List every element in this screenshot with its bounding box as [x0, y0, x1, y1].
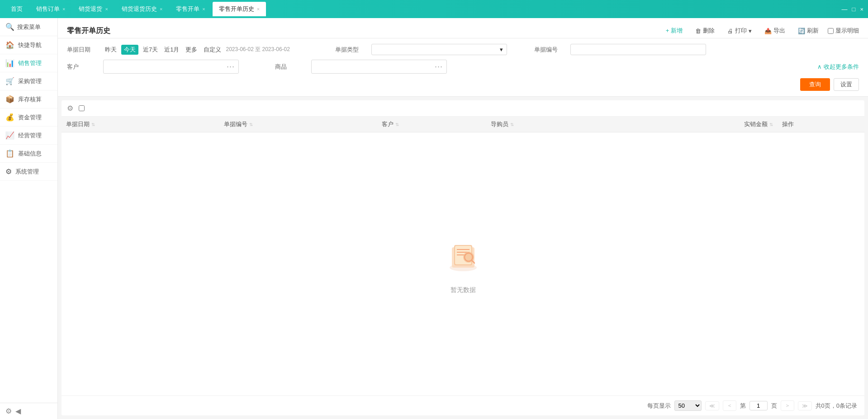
sidebar-bottom: ⚙ ◀ [0, 403, 57, 419]
export-icon: 📤 [764, 28, 772, 34]
top-bar: 首页 销售订单 × 销货退货 × 销货退货历史 × 零售开单 × 零售开单历史 … [0, 0, 868, 18]
table-settings-icon[interactable]: ⚙ [67, 104, 73, 113]
main-layout: 🔍 搜索菜单 🏠 快捷导航 📊 销售管理 🛒 采购管理 📦 库存核算 💰 资金管… [0, 18, 868, 419]
prev-page-button[interactable]: ＜ [723, 400, 736, 411]
print-button[interactable]: 🖨 打印 ▾ [724, 25, 755, 37]
data-table: 单据日期 ⇅ 单据编号 ⇅ 客户 ⇅ 导购员 [62, 117, 864, 132]
order-number-label: 单据编号 [534, 46, 561, 54]
shortcut-today[interactable]: 今天 [121, 45, 138, 55]
col-number: 单据编号 ⇅ [219, 117, 377, 132]
sidebar-item-system[interactable]: ⚙ 系统管理 [0, 163, 57, 181]
customer-dots-icon: ··· [227, 62, 235, 71]
filter-area: 单据日期 昨天 今天 近7天 近1月 更多 自定义 2023-06-02 至 2… [58, 38, 868, 97]
sidebar-item-purchase[interactable]: 🛒 采购管理 [0, 72, 57, 90]
maximize-button[interactable]: □ [852, 6, 856, 13]
order-number-input[interactable] [570, 44, 706, 55]
filter-row-2: 客户 ··· 商品 ··· ∧ 收起更多条件 [67, 60, 859, 74]
page-input[interactable] [749, 401, 768, 410]
product-dots-icon: ··· [435, 62, 443, 71]
sort-icon[interactable]: ⇅ [510, 122, 514, 127]
purchase-icon: 🛒 [5, 77, 14, 85]
sidebar-item-inventory[interactable]: 📦 库存核算 [0, 90, 57, 108]
tab-return[interactable]: 销货退货 × [72, 2, 114, 16]
close-icon[interactable]: × [202, 6, 205, 12]
customer-select[interactable]: ··· [103, 60, 239, 74]
product-label: 商品 [275, 63, 302, 71]
sidebar-item-basic-info[interactable]: 📋 基础信息 [0, 145, 57, 163]
setting-button[interactable]: 设置 [834, 78, 859, 91]
tab-retail-order[interactable]: 零售开单 × [170, 2, 211, 16]
settings-bottom-icon[interactable]: ⚙ [5, 407, 12, 415]
collapse-button[interactable]: ∧ 收起更多条件 [817, 63, 859, 71]
sort-icon[interactable]: ⇅ [91, 122, 95, 127]
sidebar: 🔍 搜索菜单 🏠 快捷导航 📊 销售管理 🛒 采购管理 📦 库存核算 💰 资金管… [0, 18, 58, 419]
col-action: 操作 [778, 117, 864, 132]
last-page-button[interactable]: ≫ [798, 401, 812, 410]
sidebar-item-quicknav[interactable]: 🏠 快捷导航 [0, 36, 57, 54]
show-detail-checkbox[interactable] [828, 28, 834, 34]
close-icon[interactable]: × [105, 6, 108, 12]
operations-icon: 📈 [5, 131, 14, 140]
search-icon: 🔍 [5, 23, 14, 31]
add-button[interactable]: + 新增 [662, 25, 686, 37]
pagination: 每页显示 50 10 20 100 ≪ ＜ 第 页 ＞ ≫ 共0页，0条记录 [62, 395, 864, 415]
toolbar: + 新增 🗑 删除 🖨 打印 ▾ 📤 导出 🔄 刷新 [662, 25, 859, 37]
next-page-button[interactable]: ＞ [781, 400, 794, 411]
pagination-summary: 共0页，0条记录 [816, 402, 857, 410]
home-icon: 🏠 [5, 41, 14, 49]
delete-button[interactable]: 🗑 删除 [692, 25, 718, 37]
tab-home[interactable]: 首页 [5, 2, 29, 16]
close-button[interactable]: × [860, 6, 863, 13]
filter-row-1: 单据日期 昨天 今天 近7天 近1月 更多 自定义 2023-06-02 至 2… [67, 44, 859, 55]
shortcut-7days[interactable]: 近7天 [141, 45, 160, 55]
sales-icon: 📊 [5, 59, 14, 67]
close-icon[interactable]: × [257, 6, 260, 12]
print-dropdown-icon: ▾ [749, 28, 752, 34]
shortcut-1month[interactable]: 近1月 [162, 45, 181, 55]
sidebar-item-operations[interactable]: 📈 经营管理 [0, 127, 57, 145]
content-area: 零售开单历史 + 新增 🗑 删除 🖨 打印 ▾ 📤 导出 [58, 18, 868, 419]
tab-retail-order-history[interactable]: 零售开单历史 × [213, 2, 266, 16]
query-button[interactable]: 查询 [800, 78, 830, 91]
sort-icon[interactable]: ⇅ [769, 122, 773, 127]
select-all-checkbox[interactable] [79, 105, 85, 111]
sidebar-item-sales[interactable]: 📊 销售管理 [0, 54, 57, 72]
inventory-icon: 📦 [5, 95, 14, 104]
col-guide: 导购员 ⇅ [486, 117, 620, 132]
system-icon: ⚙ [5, 167, 12, 176]
close-icon[interactable]: × [62, 6, 65, 12]
minimize-button[interactable]: — [842, 6, 848, 13]
sidebar-item-finance[interactable]: 💰 资金管理 [0, 108, 57, 127]
window-controls: — □ × [842, 6, 863, 13]
print-icon: 🖨 [727, 28, 733, 34]
date-shortcuts: 昨天 今天 近7天 近1月 更多 自定义 2023-06-02 至 2023-0… [103, 45, 290, 55]
basic-info-icon: 📋 [5, 149, 14, 158]
col-amount: 实销金额 ⇅ [620, 117, 778, 132]
show-detail-checkbox-label[interactable]: 显示明细 [828, 27, 859, 35]
refresh-button[interactable]: 🔄 刷新 [794, 25, 822, 37]
empty-illustration [441, 234, 486, 279]
col-date: 单据日期 ⇅ [62, 117, 219, 132]
customer-label: 客户 [67, 63, 94, 71]
shortcut-more[interactable]: 更多 [184, 45, 199, 55]
chevron-up-icon: ∧ [817, 63, 822, 70]
delete-icon: 🗑 [695, 28, 701, 34]
date-label: 单据日期 [67, 46, 94, 54]
collapse-sidebar-icon[interactable]: ◀ [15, 407, 21, 415]
tab-sales-order[interactable]: 销售订单 × [30, 2, 71, 16]
table-container: ⚙ 单据日期 ⇅ 单据编号 ⇅ 客户 [62, 100, 864, 415]
tab-return-history[interactable]: 销货退货历史 × [115, 2, 169, 16]
sidebar-search[interactable]: 🔍 搜索菜单 [0, 18, 57, 36]
shortcut-yesterday[interactable]: 昨天 [103, 45, 119, 55]
order-type-select[interactable]: ▾ [371, 44, 507, 55]
finance-icon: 💰 [5, 113, 14, 122]
empty-state: 暂无数据 [62, 132, 864, 395]
per-page-select[interactable]: 50 10 20 100 [674, 400, 702, 411]
export-button[interactable]: 📤 导出 [761, 25, 789, 37]
product-select[interactable]: ··· [311, 60, 447, 74]
shortcut-custom[interactable]: 自定义 [202, 45, 223, 55]
close-icon[interactable]: × [160, 6, 162, 12]
first-page-button[interactable]: ≪ [705, 401, 719, 410]
sort-icon[interactable]: ⇅ [395, 122, 399, 127]
sort-icon[interactable]: ⇅ [249, 122, 253, 127]
